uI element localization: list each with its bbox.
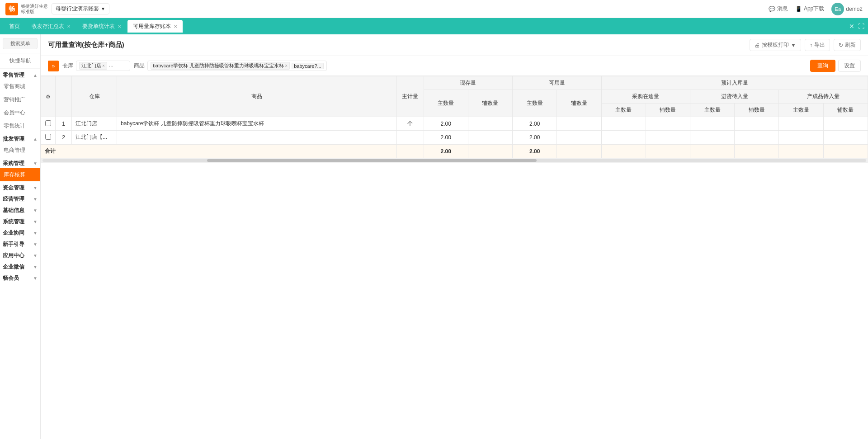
- warehouse-tag-close[interactable]: ×: [102, 63, 105, 68]
- warehouse-filter: 仓库 江北门店 × ···: [62, 61, 130, 71]
- app-download-btn[interactable]: 📱 App下载: [795, 5, 824, 13]
- summary-purchase-aux: [646, 144, 690, 158]
- cell-production-main: [779, 117, 823, 131]
- sidebar-item-member[interactable]: 会员中心: [0, 106, 40, 119]
- summary-stock-aux: [468, 144, 512, 158]
- query-btn[interactable]: 查询: [810, 60, 835, 72]
- product-tag-close-1[interactable]: ×: [285, 63, 288, 68]
- sidebar-item-quick-nav[interactable]: 快捷导航: [0, 53, 40, 69]
- sidebar-item-ecommerce[interactable]: 电商管理: [0, 144, 40, 157]
- refresh-btn[interactable]: ↻ 刷新: [834, 39, 861, 51]
- product-tag-text-1: babycare学饮杯 儿童防摔防撞吸管杯重力球吸嘴杯宝宝水杯: [153, 62, 284, 69]
- industry-selector[interactable]: 母婴行业演示账套 ▼: [52, 3, 109, 14]
- summary-available-aux: [557, 144, 601, 158]
- th-purchase-transit-group: 采购在途量: [601, 90, 690, 104]
- purchase-expand-icon: ▼: [33, 161, 38, 166]
- th-unit: 主计量: [396, 76, 424, 117]
- sidebar-section-newbie[interactable]: 新手引导 ▼: [0, 238, 40, 249]
- filter-expand-btn[interactable]: »: [48, 61, 59, 71]
- sidebar-section-appstore-label: 应用中心: [3, 252, 24, 260]
- cell-purchase-main: [601, 117, 646, 131]
- close-all-icon[interactable]: ✕: [849, 23, 854, 30]
- table-row: 1 江北门店 babycare学饮杯 儿童防摔防撞吸管杯重力球吸嘴杯宝宝水杯 个…: [41, 117, 868, 131]
- product-filter: 商品 babycare学饮杯 儿童防摔防撞吸管杯重力球吸嘴杯宝宝水杯 × bab…: [134, 61, 327, 71]
- th-purchase-main: 主数量: [601, 104, 646, 117]
- summary-label: 合计: [41, 144, 397, 158]
- sidebar-section-finance[interactable]: 资金管理 ▼: [0, 181, 40, 193]
- tab-available-stock-label: 可用量库存账本: [133, 23, 171, 30]
- page-actions: 🖨 按模板打印 ▼ ↑ 导出 ↻ 刷新: [750, 39, 861, 51]
- sidebar-section-collab[interactable]: 企业协同 ▼: [0, 227, 40, 238]
- warehouse-tag-container[interactable]: 江北门店 × ···: [76, 61, 130, 71]
- sidebar-section-wechat[interactable]: 企业微信 ▼: [0, 260, 40, 272]
- summary-stock-main: 2.00: [424, 144, 468, 158]
- summary-production-main: [779, 144, 823, 158]
- summary-production-aux: [823, 144, 868, 158]
- cell-available-aux: [557, 131, 601, 145]
- th-current-stock-group: 现存量: [424, 76, 512, 90]
- settings-btn[interactable]: 设置: [838, 60, 861, 72]
- cell-checkbox[interactable]: [41, 117, 56, 131]
- tab-receipts-close[interactable]: ✕: [67, 24, 71, 29]
- messages-btn[interactable]: 💬 消息: [769, 5, 788, 13]
- tab-home[interactable]: 首页: [4, 20, 25, 33]
- sidebar-item-inventory[interactable]: 库存核算: [0, 168, 40, 181]
- scrollbar-container[interactable]: [41, 158, 868, 163]
- collab-expand-icon: ▼: [33, 231, 38, 236]
- messages-label: 消息: [777, 5, 788, 13]
- th-incoming-main: 主数量: [690, 104, 734, 117]
- cell-product: babycare学饮杯 儿童防摔防撞吸管杯重力球吸嘴杯宝宝水杯: [117, 117, 397, 131]
- summary-incoming-aux: [735, 144, 779, 158]
- main-layout: 搜索菜单 快捷导航 零售管理 ▲ 零售商城 营销推广 会员中心 零售统计 批发管…: [0, 34, 868, 439]
- scrollbar-track[interactable]: [42, 159, 866, 162]
- th-purchase-aux: 辅数量: [646, 104, 690, 117]
- th-product: 商品: [117, 76, 397, 117]
- cell-warehouse: 江北门店【...: [72, 131, 117, 145]
- cell-checkbox[interactable]: [41, 131, 56, 145]
- sidebar-item-retail-stats[interactable]: 零售统计: [0, 119, 40, 132]
- vip-expand-icon: ▼: [33, 276, 38, 281]
- cell-no: 2: [56, 131, 72, 145]
- sidebar-section-appstore[interactable]: 应用中心 ▼: [0, 249, 40, 260]
- th-settings[interactable]: ⚙: [41, 76, 56, 117]
- sidebar-section-newbie-label: 新手引导: [3, 241, 24, 248]
- sidebar-section-base[interactable]: 基础信息 ▼: [0, 204, 40, 215]
- tab-receipts[interactable]: 收发存汇总表 ✕: [26, 20, 76, 33]
- summary-available-main: 2.00: [513, 144, 557, 158]
- sidebar-section-vip-label: 畅会员: [3, 274, 19, 282]
- product-tag-text-2: babycare?...: [294, 63, 321, 69]
- tab-available-stock-close[interactable]: ✕: [174, 24, 177, 29]
- sidebar-section-vip[interactable]: 畅会员 ▼: [0, 272, 40, 283]
- cell-stock-main: 2.00: [424, 131, 468, 145]
- cell-stock-aux: [468, 131, 512, 145]
- sidebar-item-marketing[interactable]: 营销推广: [0, 93, 40, 106]
- sidebar-item-retail-shop[interactable]: 零售商城: [0, 80, 40, 93]
- user-profile-btn[interactable]: Ea demo2: [831, 3, 863, 15]
- tab-order-stats-close[interactable]: ✕: [118, 24, 121, 29]
- scrollbar-thumb[interactable]: [207, 159, 537, 162]
- cell-stock-main: 2.00: [424, 117, 468, 131]
- product-tag-container[interactable]: babycare学饮杯 儿童防摔防撞吸管杯重力球吸嘴杯宝宝水杯 × babyca…: [147, 61, 327, 71]
- sidebar-section-purchase[interactable]: 采购管理 ▼: [0, 157, 40, 168]
- export-btn[interactable]: ↑ 导出: [805, 39, 830, 51]
- appstore-expand-icon: ▼: [33, 253, 38, 258]
- sidebar-section-wholesale[interactable]: 批发管理 ▲: [0, 132, 40, 144]
- tab-order-stats[interactable]: 要货单统计表 ✕: [77, 20, 127, 33]
- finance-expand-icon: ▼: [33, 185, 38, 190]
- cell-incoming-main: [690, 131, 734, 145]
- tab-bar-right: ✕ ⛶: [849, 23, 864, 30]
- th-no: [56, 76, 72, 117]
- cell-production-aux: [823, 131, 868, 145]
- search-menu-btn[interactable]: 搜索菜单: [3, 38, 38, 49]
- sidebar-section-system[interactable]: 系统管理 ▼: [0, 215, 40, 227]
- cell-no: 1: [56, 117, 72, 131]
- warehouse-more-dots[interactable]: ···: [109, 63, 113, 69]
- sidebar-section-retail[interactable]: 零售管理 ▲: [0, 69, 40, 80]
- fullscreen-icon[interactable]: ⛶: [858, 23, 864, 30]
- sidebar-section-ops[interactable]: 经营管理 ▼: [0, 193, 40, 204]
- print-btn[interactable]: 🖨 按模板打印 ▼: [750, 39, 801, 51]
- chevron-down-icon: ▼: [101, 6, 105, 11]
- ops-expand-icon: ▼: [33, 197, 38, 202]
- tab-available-stock[interactable]: 可用量库存账本 ✕: [127, 20, 183, 33]
- cell-purchase-aux: [646, 131, 690, 145]
